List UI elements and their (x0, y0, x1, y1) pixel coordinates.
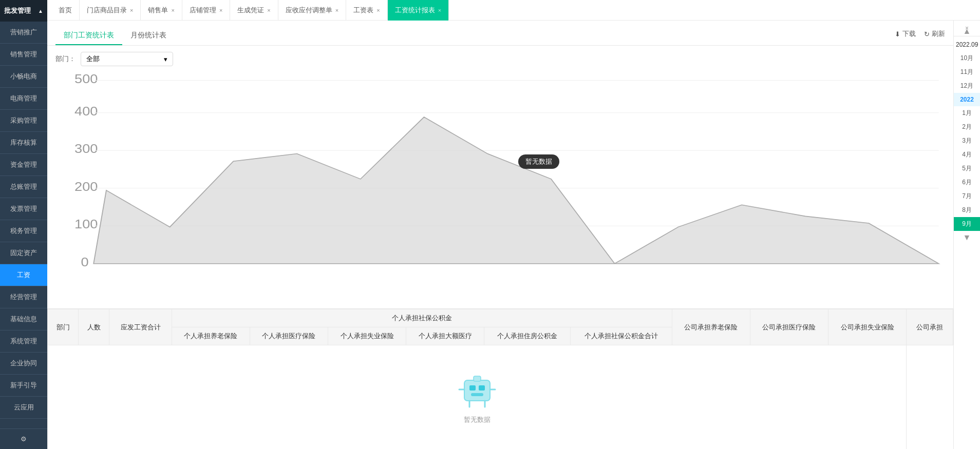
col-personal-med: 个人承担医疗保险 (250, 327, 328, 345)
refresh-action[interactable]: ↻ 刷新 (924, 29, 945, 38)
month-7[interactable]: 7月 (954, 189, 980, 203)
sidebar-item-基础信息[interactable]: 基础信息 (0, 308, 47, 330)
table-wrapper[interactable]: 部门 人数 应发工资合计 个人承担社保公积金 公司承担养老保险 公司承担医疗保险… (47, 308, 953, 449)
sidebar-item-资金管理[interactable]: 资金管理 (0, 154, 47, 176)
sidebar-item-企业协同[interactable]: 企业协同 (0, 353, 47, 375)
sidebar-item-固定资产[interactable]: 固定资产 (0, 242, 47, 264)
tab-close-icon[interactable]: × (438, 7, 441, 13)
sidebar-item-系统管理[interactable]: 系统管理 (0, 330, 47, 353)
close-icon: × (965, 25, 969, 32)
no-data-cell: 暂无数据 (48, 345, 907, 450)
svg-marker-12 (93, 117, 938, 264)
sidebar-item-经营管理[interactable]: 经营管理 (0, 286, 47, 308)
month-8[interactable]: 8月 (954, 203, 980, 217)
filter-row: 部门： 全部 ▾ (47, 46, 953, 72)
svg-rect-13 (464, 380, 490, 401)
chart-container: 500 400 300 200 100 0 (55, 72, 945, 288)
col-company-old: 公司承担养老保险 (672, 309, 750, 345)
month-3[interactable]: 3月 (954, 134, 980, 148)
svg-text:400: 400 (74, 105, 98, 118)
tab-应收应付调整单[interactable]: 应收应付调整单× (278, 0, 346, 21)
svg-rect-14 (469, 385, 476, 391)
tab-label: 店铺管理 (190, 6, 216, 15)
col-personal-housing: 个人承担住房公积金 (484, 327, 570, 345)
tab-close-icon[interactable]: × (335, 7, 338, 13)
month-5[interactable]: 5月 (954, 162, 980, 175)
month-10[interactable]: 10月 (954, 51, 980, 65)
nav-down-icon[interactable]: ▼ (954, 231, 980, 244)
svg-rect-17 (474, 376, 481, 381)
sidebar-item-总账管理[interactable]: 总账管理 (0, 176, 47, 198)
tab-dept-stats[interactable]: 部门工资统计表 (55, 27, 122, 45)
sidebar-item-销售管理[interactable]: 销售管理 (0, 44, 47, 66)
settings-icon: ⚙ (21, 435, 27, 443)
month-6[interactable]: 6月 (954, 175, 980, 189)
tab-首页[interactable]: 首页 (51, 0, 80, 21)
no-data-text: 暂无数据 (464, 415, 491, 424)
col-personal-large-med: 个人承担大额医疗 (406, 327, 484, 345)
sub-tabs: 部门工资统计表 月份统计表 (55, 27, 175, 45)
chevron-down-icon: ▾ (164, 55, 167, 63)
col-company-other: 公司承担 (907, 309, 953, 345)
sidebar-item-税务管理[interactable]: 税务管理 (0, 220, 47, 242)
sidebar-item-营销推广[interactable]: 营销推广 (0, 22, 47, 44)
sidebar-item-库存核算[interactable]: 库存核算 (0, 132, 47, 154)
svg-text:100: 100 (74, 218, 98, 231)
tab-label: 首页 (59, 6, 72, 15)
month-12[interactable]: 12月 (954, 79, 980, 93)
month-1[interactable]: 1月 (954, 106, 980, 120)
tab-label: 生成凭证 (237, 6, 264, 15)
sidebar-title: 批发管理 (4, 6, 31, 15)
month-4[interactable]: 4月 (954, 148, 980, 162)
col-company-unemp: 公司承担失业保险 (828, 309, 907, 345)
year-2022-09: 2022.09 (954, 38, 980, 51)
month-9[interactable]: 9月 (954, 217, 980, 231)
tab-close-icon[interactable]: × (130, 7, 133, 13)
col-group-personal: 个人承担社保公积金 (172, 309, 672, 327)
tab-list: 首页门店商品目录×销售单×店铺管理×生成凭证×应收应付调整单×工资表×工资统计报… (51, 0, 449, 21)
right-panel-close[interactable]: × (954, 21, 980, 36)
svg-rect-16 (471, 393, 483, 396)
tab-店铺管理[interactable]: 店铺管理× (182, 0, 230, 21)
tab-close-icon[interactable]: × (267, 7, 270, 13)
col-company-med: 公司承担医疗保险 (750, 309, 828, 345)
sidebar-item-电商管理[interactable]: 电商管理 (0, 88, 47, 110)
sub-tab-bar: 部门工资统计表 月份统计表 ⬇ 下载 ↻ 刷新 (47, 21, 953, 46)
sidebar-header[interactable]: 批发管理 ▲ (0, 0, 47, 22)
month-2[interactable]: 2月 (954, 120, 980, 134)
refresh-label: 刷新 (932, 29, 945, 38)
dept-filter-select[interactable]: 全部 ▾ (81, 52, 173, 66)
sidebar-items: 营销推广销售管理小畅电商电商管理采购管理库存核算资金管理总账管理发票管理税务管理… (0, 22, 47, 419)
content-area: 部门工资统计表 月份统计表 ⬇ 下载 ↻ 刷新 部门： (47, 21, 980, 449)
sidebar-item-云应用[interactable]: 云应用 (0, 397, 47, 419)
tab-close-icon[interactable]: × (376, 7, 380, 13)
tab-month-stats[interactable]: 月份统计表 (122, 27, 175, 45)
tab-工资表[interactable]: 工资表× (346, 0, 387, 21)
month-11[interactable]: 11月 (954, 65, 980, 79)
data-table: 部门 人数 应发工资合计 个人承担社保公积金 公司承担养老保险 公司承担医疗保险… (47, 309, 953, 449)
tab-close-icon[interactable]: × (171, 7, 174, 13)
svg-rect-15 (479, 385, 485, 391)
tab-close-icon[interactable]: × (219, 7, 222, 13)
sidebar-item-工资[interactable]: 工资 (0, 264, 47, 286)
sidebar-item-发票管理[interactable]: 发票管理 (0, 198, 47, 220)
col-dept: 部门 (48, 309, 79, 345)
tab-门店商品目录[interactable]: 门店商品目录× (80, 0, 141, 21)
tab-销售单[interactable]: 销售单× (141, 0, 182, 21)
year-month-picker: ▲ 2022.09 10月 11月 12月 2022 1月 2月 3月 4月 5… (954, 25, 980, 244)
sidebar-item-采购管理[interactable]: 采购管理 (0, 110, 47, 132)
sidebar-footer-settings[interactable]: ⚙ (0, 428, 47, 449)
col-personal-unemp: 个人承担失业保险 (328, 327, 406, 345)
right-panel: × ▲ 2022.09 10月 11月 12月 2022 1月 2月 3月 4月… (953, 21, 980, 449)
sidebar-item-新手引导[interactable]: 新手引导 (0, 375, 47, 397)
download-action[interactable]: ⬇ 下载 (895, 29, 916, 38)
tab-label: 工资统计报表 (395, 6, 435, 15)
tab-生成凭证[interactable]: 生成凭证× (230, 0, 278, 21)
tab-工资统计报表[interactable]: 工资统计报表× (388, 0, 449, 21)
no-data-icon (457, 370, 498, 411)
sidebar: 批发管理 ▲ 营销推广销售管理小畅电商电商管理采购管理库存核算资金管理总账管理发… (0, 0, 47, 449)
main-area: 首页门店商品目录×销售单×店铺管理×生成凭证×应收应付调整单×工资表×工资统计报… (47, 0, 980, 449)
sidebar-item-小畅电商[interactable]: 小畅电商 (0, 66, 47, 88)
col-count: 人数 (79, 309, 109, 345)
sub-tab-actions: ⬇ 下载 ↻ 刷新 (895, 29, 945, 43)
